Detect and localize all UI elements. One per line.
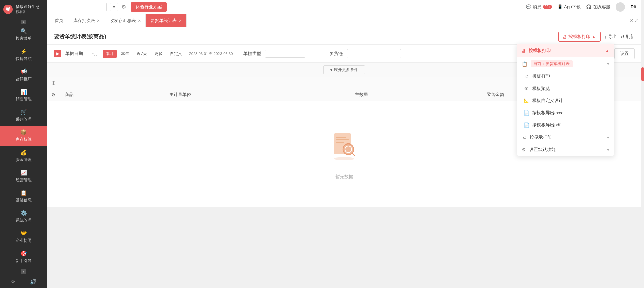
tabs-bar: 首页 库存批次账 × 收发存汇总表 × 要货单统计表 × × ⤢: [47, 14, 641, 27]
tab-resize-btn[interactable]: ⤢: [635, 17, 639, 24]
dropdown-title: 按模板打印: [529, 47, 551, 54]
search-icon: 🔍: [20, 28, 27, 34]
tab-collect-close-icon[interactable]: ×: [138, 18, 141, 23]
topbar-search-input[interactable]: [53, 3, 107, 11]
page-actions: 🖨 按模板打印 ▲ ↓ 导出 ↺ 刷新: [558, 32, 635, 42]
dropdown-header-left: 🖨 按模板打印: [522, 47, 551, 54]
dropdown-template-preview-item[interactable]: 👁 模板预览: [517, 83, 614, 95]
topbar-dropdown-btn[interactable]: ▾: [110, 3, 118, 11]
display-print-chevron-icon: ▾: [607, 135, 609, 140]
yaohuodan-label: 要货仓: [330, 51, 343, 57]
logo-icon: 畅: [3, 5, 13, 14]
dropdown-export-pdf-item[interactable]: 📄 按模板导出pdf: [517, 119, 614, 131]
scroll-down-btn[interactable]: ▼: [21, 269, 26, 274]
export-icon: ↓: [605, 34, 607, 39]
tab-order-stat-close-icon[interactable]: ×: [179, 18, 181, 23]
col-product-header: 商品: [61, 88, 165, 101]
dropdown-display-print-left: 🖨 按显示打印: [522, 134, 552, 140]
date-more-btn[interactable]: 更多: [151, 50, 166, 58]
audio-icon[interactable]: 🔊: [30, 278, 37, 285]
topbar-gear-icon[interactable]: ⚙: [121, 4, 126, 10]
dropdown-export-excel-item[interactable]: 📄 按模板导出excel: [517, 107, 614, 119]
refresh-icon: ↺: [621, 34, 624, 39]
dropdown-current-item[interactable]: 📋 当前：要货单统计表 ▾: [517, 57, 614, 70]
date-range-display: 2023-06-01 至 2023-06-30: [189, 51, 233, 56]
main-content: ▾ ⚙ 体验行业方案 💬 消息 99+ 📱 App下载 🎧 在线客服 Rit 首…: [47, 0, 641, 288]
expand-more-label: 展开更多条件: [334, 67, 358, 73]
sidebar-item-label: 采购管理: [16, 117, 32, 122]
tab-home[interactable]: 首页: [50, 14, 68, 27]
dropdown-display-print-item[interactable]: 🖨 按显示打印 ▾: [517, 131, 614, 143]
sidebar-item-system[interactable]: ⚙️ 系统管理: [0, 206, 47, 227]
template-print-icon: 🖨: [524, 74, 529, 79]
template-design-icon: 📐: [524, 98, 529, 103]
sidebar-item-shortcut[interactable]: ⚡ 快捷导航: [0, 45, 47, 65]
tab-home-label: 首页: [55, 18, 63, 24]
settings-icon[interactable]: ⚙: [11, 278, 16, 285]
sidebar-item-marketing[interactable]: 📢 营销推广: [0, 65, 47, 85]
template-preview-label: 模板预览: [532, 86, 550, 92]
online-service-btn[interactable]: 🎧 在线客服: [586, 4, 610, 10]
tab-batch-label: 库存批次账: [73, 18, 95, 24]
sidebar: 畅 畅康通好生意 标准版 ▲ 🔍 搜索菜单 ⚡ 快捷导航 📢 营销推广 📊 销售…: [0, 0, 47, 288]
message-badge: 99+: [543, 5, 552, 9]
demo-btn[interactable]: 体验行业方案: [131, 2, 167, 12]
sidebar-item-operations[interactable]: 📈 经营管理: [0, 166, 47, 186]
sidebar-item-enterprise[interactable]: 🤝 企业协同: [0, 227, 47, 247]
enterprise-icon: 🤝: [20, 230, 27, 236]
tab-order-stat[interactable]: 要货单统计表 ×: [146, 14, 186, 27]
filter-expand-arrow-btn[interactable]: ▶: [54, 50, 61, 57]
set-default-icon: ⚙: [522, 147, 526, 152]
sidebar-item-label: 企业协同: [16, 238, 32, 244]
column-settings-btn[interactable]: ⊕: [51, 79, 56, 86]
scrollbar-thumb[interactable]: [641, 67, 644, 81]
sidebar-item-inventory[interactable]: 📦 库存核算: [0, 126, 47, 146]
dropdown-template-design-item[interactable]: 📐 模板自定义设计: [517, 95, 614, 107]
message-label: 消息: [533, 4, 541, 10]
page-title: 要货单统计表(按商品): [54, 33, 106, 40]
scroll-up-btn[interactable]: ▲: [21, 20, 26, 24]
download-icon: 📱: [557, 4, 563, 9]
sidebar-item-finance[interactable]: 💰 资金管理: [0, 146, 47, 166]
dropdown-collapse-icon[interactable]: ▲: [605, 48, 609, 53]
sidebar-item-purchase[interactable]: 🛒 采购管理: [0, 105, 47, 126]
tab-batch-close-icon[interactable]: ×: [97, 18, 100, 23]
current-chevron-icon: ▾: [607, 61, 609, 66]
date-last7-btn[interactable]: 近7天: [134, 50, 150, 58]
app-download-btn[interactable]: 📱 App下载: [557, 4, 581, 10]
right-scrollbar[interactable]: [641, 0, 644, 288]
marketing-icon: 📢: [20, 68, 27, 75]
sidebar-footer: ⚙ 🔊: [0, 275, 47, 288]
date-prev-month-btn[interactable]: 上月: [87, 50, 101, 58]
sidebar-item-label: 系统管理: [16, 218, 32, 223]
dropdown-set-default-item[interactable]: ⚙ 设置默认功能 ▾: [517, 143, 614, 156]
export-btn[interactable]: ↓ 导出: [605, 34, 617, 40]
sidebar-item-label: 搜索菜单: [16, 36, 32, 41]
sidebar-item-guide[interactable]: 🎯 新手引导: [0, 247, 47, 267]
svg-line-7: [352, 153, 355, 156]
basic-icon: 📋: [20, 190, 27, 196]
dropdown-template-print-item[interactable]: 🖨 模板打印: [517, 70, 614, 83]
date-current-year-btn[interactable]: 本年: [118, 50, 132, 58]
date-custom-btn[interactable]: 自定义: [167, 50, 185, 58]
print-template-btn[interactable]: 🖨 按模板打印 ▲: [558, 32, 601, 42]
sidebar-item-search[interactable]: 🔍 搜索菜单: [0, 25, 47, 45]
type-dropdown-select[interactable]: 全部 要货单 调拨单: [265, 50, 305, 58]
export-label: 导出: [608, 34, 617, 40]
yaohuodan-input[interactable]: [347, 49, 401, 58]
sidebar-item-sales[interactable]: 📊 销售管理: [0, 85, 47, 105]
message-btn[interactable]: 💬 消息 99+: [526, 4, 552, 10]
expand-more-btn[interactable]: ▾ 展开更多条件: [323, 65, 365, 74]
set-default-chevron-icon: ▾: [607, 147, 609, 152]
date-current-month-btn[interactable]: 本月: [103, 50, 117, 58]
avatar[interactable]: [616, 2, 625, 12]
tab-collect[interactable]: 收发存汇总表 ×: [105, 14, 146, 27]
content-area: 要货单统计表(按商品) 🖨 按模板打印 ▲ ↓ 导出 ↺ 刷新: [47, 27, 641, 288]
tab-batch[interactable]: 库存批次账 ×: [68, 14, 105, 27]
refresh-btn[interactable]: ↺ 刷新: [621, 34, 635, 40]
svg-rect-4: [336, 142, 344, 143]
current-template-icon: 📋: [522, 61, 527, 67]
settings-btn[interactable]: 设置: [614, 48, 635, 59]
tab-close-all-btn[interactable]: ×: [630, 17, 633, 24]
sidebar-item-basic[interactable]: 📋 基础信息: [0, 186, 47, 206]
